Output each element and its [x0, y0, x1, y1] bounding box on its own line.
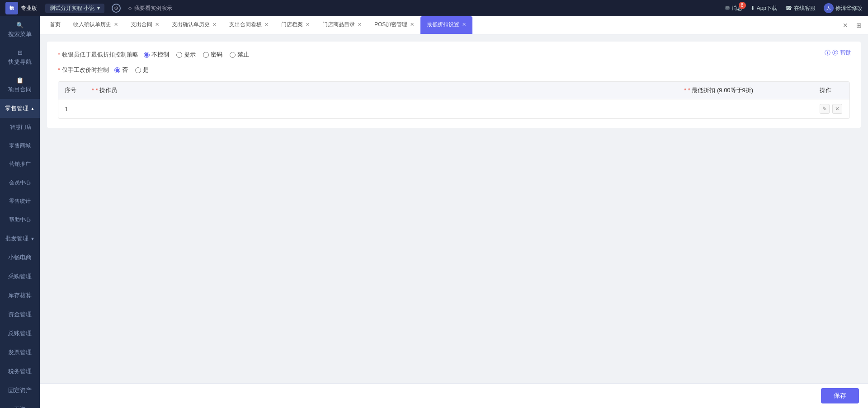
manual-no-label: 否 [122, 66, 128, 74]
tab-pos-password[interactable]: POS加密管理 ✕ [368, 16, 420, 34]
main-layout: 🔍 搜索菜单 ⊞ 快捷导航 📋 项目合同 零售管理 ▲ 智慧门店 零售商城 营销… [0, 16, 868, 408]
sidebar-item-purchase[interactable]: 采购管理 [0, 267, 40, 286]
sidebar: 🔍 搜索菜单 ⊞ 快捷导航 📋 项目合同 零售管理 ▲ 智慧门店 零售商城 营销… [0, 16, 40, 408]
project-icon: 📋 [16, 77, 24, 84]
strategy-no-control[interactable]: 不控制 [144, 51, 169, 59]
tab-more-button[interactable]: ⊞ [854, 21, 864, 30]
download-icon: ⬇ [750, 5, 755, 11]
avatar: 人 [824, 3, 834, 13]
tab-min-discount[interactable]: 最低折扣设置 ✕ [420, 16, 472, 34]
top-bar-right: ✉ 消息 8 ⬇ App下载 ☎ 在线客服 人 徐泽华修改 [725, 3, 863, 13]
row-actions: ✎ ✕ [820, 104, 843, 114]
tab-close-all-button[interactable]: ✕ [840, 21, 851, 30]
message-icon: ✉ [725, 5, 730, 11]
demo-link[interactable]: ○ 我要看实例演示 [128, 5, 172, 12]
sidebar-item-ledger[interactable]: 总账管理 [0, 324, 40, 343]
sidebar-item-ecommerce[interactable]: 小畅电商 [0, 248, 40, 267]
sidebar-item-wholesale[interactable]: 批发管理 ▼ [0, 229, 40, 248]
tab-pay-contract-close[interactable]: ✕ [155, 22, 159, 28]
row-edit-button[interactable]: ✎ [820, 104, 830, 114]
tab-pay-contract[interactable]: 支出合同 ✕ [124, 16, 165, 34]
manual-yes[interactable]: 是 [135, 66, 149, 74]
project-dropdown-icon: ▾ [97, 5, 100, 11]
strategy-no-control-radio[interactable] [144, 52, 150, 58]
sidebar-item-fixed-assets[interactable]: 固定资产 [0, 381, 40, 400]
row-delete-button[interactable]: ✕ [832, 104, 842, 114]
sidebar-item-member[interactable]: 会员中心 [0, 174, 40, 192]
tax-label: 税务管理 [8, 367, 32, 375]
strategy-no-control-label: 不控制 [151, 51, 169, 59]
sidebar-item-retail-mall[interactable]: 零售商城 [0, 136, 40, 155]
strategy-password-radio[interactable] [203, 52, 209, 58]
app-version-label: 专业版 [21, 5, 37, 12]
manual-no-radio[interactable] [114, 67, 120, 73]
sidebar-item-invoice[interactable]: 发票管理 [0, 343, 40, 362]
tab-pay-contract-label: 支出合同 [131, 21, 152, 28]
quicknav-icon: ⊞ [18, 49, 23, 56]
tab-pay-contract-board[interactable]: 支出合同看板 ✕ [223, 16, 275, 34]
col-header-action: 操作 [813, 82, 849, 99]
project-selector[interactable]: 测试分开实程·小说 ▾ [45, 4, 104, 13]
strategy-prompt-radio[interactable] [176, 52, 182, 58]
sidebar-item-smart-store[interactable]: 智慧门店 [0, 118, 40, 136]
sidebar-item-quicknav[interactable]: ⊞ 快捷导航 [0, 44, 40, 71]
demo-link-text: 我要看实例演示 [134, 5, 172, 12]
strategy-password-label: 密码 [211, 51, 222, 59]
tab-pos-password-close[interactable]: ✕ [410, 22, 414, 28]
strategy-form-row: 收银员低于最低折扣控制策略 不控制 提示 密码 [58, 51, 850, 59]
strategy-forbidden-label: 禁止 [237, 51, 249, 59]
tab-store-file[interactable]: 门店档案 ✕ [275, 16, 316, 34]
tab-store-goods-close[interactable]: ✕ [358, 22, 362, 28]
strategy-forbidden[interactable]: 禁止 [230, 51, 249, 59]
tab-pay-confirm-history-close[interactable]: ✕ [212, 22, 217, 28]
tab-home[interactable]: 首页 [43, 16, 67, 34]
tab-home-label: 首页 [50, 21, 61, 28]
sidebar-item-inventory[interactable]: 库存核算 [0, 286, 40, 305]
messages-button[interactable]: ✉ 消息 8 [725, 5, 742, 12]
user-name: 徐泽华修改 [835, 5, 863, 12]
manual-radio-group: 否 是 [114, 66, 149, 74]
manual-yes-radio[interactable] [135, 67, 141, 73]
tab-pos-password-label: POS加密管理 [374, 21, 407, 28]
sidebar-item-search[interactable]: 🔍 搜索菜单 [0, 16, 40, 44]
help-link[interactable]: ⓘ ⓪ 帮助 [825, 49, 852, 57]
tab-store-goods-label: 门店商品目录 [322, 21, 355, 28]
sidebar-item-retail-stats[interactable]: 零售统计 [0, 192, 40, 211]
tab-pay-confirm-history[interactable]: 支出确认单历史 ✕ [165, 16, 223, 34]
strategy-password[interactable]: 密码 [203, 51, 222, 59]
member-label: 会员中心 [9, 179, 31, 187]
search-icon: 🔍 [16, 22, 24, 28]
sidebar-item-salary[interactable]: 工资 [0, 400, 40, 408]
strategy-forbidden-radio[interactable] [230, 52, 236, 58]
tab-store-goods[interactable]: 门店商品目录 ✕ [316, 16, 368, 34]
table-header-row: 序号 * 操作员 * 最低折扣 (9.00等于9折) 操作 [58, 82, 849, 99]
inventory-label: 库存核算 [8, 291, 32, 300]
tab-income-history[interactable]: 收入确认单历史 ✕ [67, 16, 124, 34]
tab-store-file-close[interactable]: ✕ [306, 22, 310, 28]
sidebar-item-retail[interactable]: 零售管理 ▲ [0, 99, 40, 118]
sidebar-label-project: 项目合同 [8, 85, 32, 94]
sidebar-item-help-center[interactable]: 帮助中心 [0, 211, 40, 229]
save-button[interactable]: 保存 [821, 388, 859, 403]
strategy-prompt-label: 提示 [184, 51, 196, 59]
sidebar-item-project[interactable]: 📋 项目合同 [0, 71, 40, 99]
sidebar-item-finance[interactable]: 资金管理 [0, 305, 40, 324]
tab-pay-contract-board-close[interactable]: ✕ [264, 22, 269, 28]
settings-icon[interactable]: ⚙ [112, 4, 121, 13]
support-icon: ☎ [785, 5, 792, 11]
project-name: 测试分开实程·小说 [50, 5, 94, 12]
sidebar-label-quicknav: 快捷导航 [8, 58, 32, 66]
strategy-prompt[interactable]: 提示 [176, 51, 196, 59]
sidebar-item-tax[interactable]: 税务管理 [0, 362, 40, 381]
manual-no[interactable]: 否 [114, 66, 128, 74]
online-support-button[interactable]: ☎ 在线客服 [785, 5, 816, 12]
messages-badge: 8 [739, 2, 746, 9]
help-label: ⓪ 帮助 [832, 49, 852, 57]
tab-income-history-close[interactable]: ✕ [114, 22, 118, 28]
tab-min-discount-close[interactable]: ✕ [462, 22, 466, 28]
wholesale-arrow: ▼ [30, 236, 35, 241]
footer-bar: 保存 [40, 383, 868, 408]
app-download-button[interactable]: ⬇ App下载 [750, 5, 777, 12]
sidebar-item-marketing[interactable]: 营销推广 [0, 155, 40, 174]
user-menu[interactable]: 人 徐泽华修改 [824, 3, 863, 13]
